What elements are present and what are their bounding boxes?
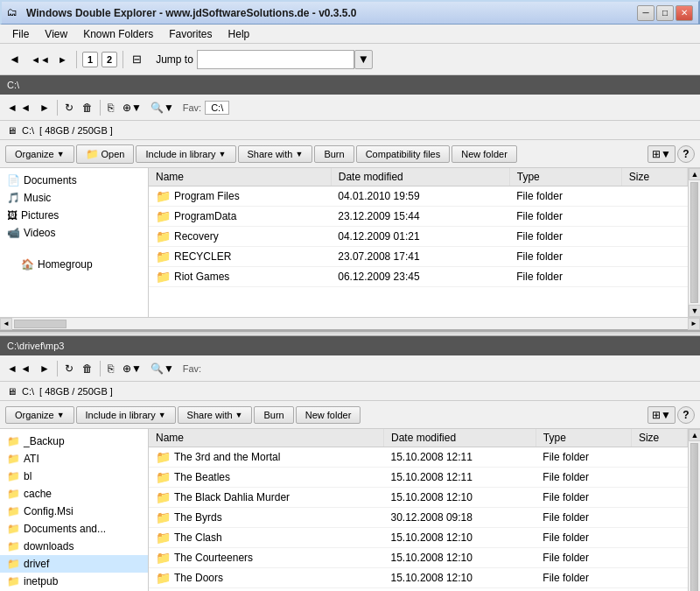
p2-include-library-button[interactable]: Include in library ▼ [76,406,176,424]
left-item-pictures[interactable]: 🖼 Pictures [0,207,148,224]
panel2-nav-back[interactable]: ◄ ◄ [4,361,34,376]
panel1-more[interactable]: ⊕▼ [119,100,145,116]
panel2-view[interactable]: 🔍▼ [147,361,178,376]
col-date[interactable]: Date modified [331,168,509,186]
left-item-configmsi[interactable]: 📁Config.Msi [0,503,148,520]
hscroll-thumb[interactable] [14,320,66,328]
panel2-button[interactable]: 2 [102,52,117,67]
panel2-drive-info: [ 48GB / 250GB ] [39,386,113,397]
table-row[interactable]: 📁ProgramData 23.12.2009 15:44 File folde… [149,207,688,227]
menu-file[interactable]: File [5,26,36,42]
left-item-music[interactable]: 🎵 Music [0,189,148,207]
p2-scroll-up[interactable]: ▲ [689,429,700,441]
col-size[interactable]: Size [621,168,687,186]
close-button[interactable]: ✕ [676,5,693,21]
view-toggle[interactable]: ⊟ [129,51,145,67]
left-item-homegroup[interactable]: 🏠 Homegroup [0,256,148,273]
menu-view[interactable]: View [38,26,74,42]
panel1-nav-back[interactable]: ◄ ◄ [4,100,34,116]
panel1-help[interactable]: ? [677,145,695,163]
music-label: Music [24,192,51,204]
left-item-ati[interactable]: 📁ATI [0,450,148,468]
back-button[interactable]: ◄ [5,51,24,67]
panel2-scrollbar[interactable]: ▲ ▼ [688,429,700,591]
folder-icon: 📁 [7,435,20,447]
p2-share-with-button[interactable]: Share with ▼ [178,406,253,424]
panel1-view[interactable]: 🔍▼ [147,100,178,116]
p2-col-size[interactable]: Size [631,429,687,447]
table-row[interactable]: 📁Recovery 04.12.2009 01:21 File folder [149,227,688,247]
col-type[interactable]: Type [509,168,621,186]
panel1-copy[interactable]: ⎘ [104,100,117,116]
nav-fwd[interactable]: ► [54,53,71,67]
jump-to-input[interactable] [197,50,354,69]
left-item-drivef[interactable]: 📁drivef [0,555,148,573]
left-item-backup[interactable]: 📁_Backup [0,433,148,450]
menu-help[interactable]: Help [221,26,257,42]
left-item-videos[interactable]: 📹 Videos [0,224,148,242]
new-folder-button[interactable]: New folder [452,145,517,163]
table-row[interactable]: 📁RECYCLER 23.07.2008 17:41 File folder [149,247,688,267]
nav-arrows: ◄◄ ► [27,53,71,67]
panel1-delete[interactable]: 🗑 [79,100,96,116]
share-with-button[interactable]: Share with ▼ [238,145,313,163]
scroll-thumb[interactable] [690,182,698,303]
panel1-fav-path[interactable]: C:\ [205,101,229,115]
hscroll-left[interactable]: ◄ [0,318,12,330]
panel1-button[interactable]: 1 [82,52,98,67]
menu-favorites[interactable]: Favorites [162,26,219,42]
panel2-help[interactable]: ? [677,406,695,424]
table-row[interactable]: 📁The Byrds 30.12.2008 09:18 File folder [149,508,688,528]
burn-button[interactable]: Burn [314,145,354,163]
table-row[interactable]: 📁The Clash 15.10.2008 12:10 File folder [149,528,688,548]
panel1-nav-fwd[interactable]: ► [36,100,53,116]
p2-col-name[interactable]: Name [149,429,384,447]
minimize-button[interactable]: ─ [637,5,654,21]
left-item-inetpub[interactable]: 📁inetpub [0,573,148,590]
table-row[interactable]: 📁The Courteeners 15.10.2008 12:10 File f… [149,548,688,568]
panel2-copy[interactable]: ⎘ [104,361,117,376]
folder-icon: 📁 [7,558,20,570]
scroll-down[interactable]: ▼ [689,305,700,317]
nav-back[interactable]: ◄◄ [27,53,53,67]
p2-col-type[interactable]: Type [536,429,631,447]
table-row[interactable]: 📁The Black Dahlia Murder 15.10.2008 12:1… [149,488,688,508]
scroll-up[interactable]: ▲ [689,168,700,180]
p2-organize-button[interactable]: Organize ▼ [5,406,74,424]
window-title: Windows Double Explorer - www.jdSoftware… [26,7,637,19]
left-item-cache[interactable]: 📁cache [0,485,148,503]
table-row[interactable]: 📁The Beatles 15.10.2008 12:11 File folde… [149,468,688,488]
p2-burn-button[interactable]: Burn [254,406,293,424]
left-item-downloads[interactable]: 📁downloads [0,538,148,555]
include-library-button[interactable]: Include in library ▼ [136,145,235,163]
left-item-bl[interactable]: 📁bl [0,468,148,485]
panel1-hscroll[interactable]: ◄ ► [0,317,700,329]
table-row[interactable]: 📁Riot Games 06.12.2009 23:45 File folder [149,267,688,287]
panel1-right-pane[interactable]: Name Date modified Type Size 📁Program Fi… [149,168,688,317]
table-row[interactable]: 📁Program Files 04.01.2010 19:59 File fol… [149,186,688,207]
p2-scroll-thumb[interactable] [690,443,698,591]
menu-known-folders[interactable]: Known Folders [76,26,160,42]
panel2-more[interactable]: ⊕▼ [119,361,145,376]
p2-new-folder-button[interactable]: New folder [296,406,361,424]
table-row[interactable]: 📁The Doors 15.10.2008 12:10 File folder [149,568,688,588]
open-button[interactable]: 📁 Open [76,144,135,164]
left-item-documents[interactable]: 📄 Documents [0,172,148,189]
col-name[interactable]: Name [149,168,331,186]
jump-dropdown[interactable]: ▼ [354,50,373,69]
panel2-nav-fwd[interactable]: ► [36,361,53,376]
panel1-view-toggle[interactable]: ⊞▼ [648,145,676,163]
compatibility-button[interactable]: Compatibility files [356,145,451,163]
panel2-view-toggle[interactable]: ⊞▼ [648,406,676,424]
panel2-refresh[interactable]: ↻ [61,361,77,376]
panel1-refresh[interactable]: ↻ [61,100,77,116]
table-row[interactable]: 📁The 3rd and the Mortal 15.10.2008 12:11… [149,447,688,468]
left-item-documentsand[interactable]: 📁Documents and... [0,520,148,538]
p2-col-date[interactable]: Date modified [384,429,536,447]
panel2-right-pane[interactable]: Name Date modified Type Size 📁The 3rd an… [149,429,688,591]
hscroll-right[interactable]: ► [688,318,700,330]
panel2-delete[interactable]: 🗑 [79,361,96,376]
panel1-scrollbar[interactable]: ▲ ▼ [688,168,700,317]
organize-button[interactable]: Organize ▼ [5,145,74,163]
maximize-button[interactable]: □ [656,5,674,21]
